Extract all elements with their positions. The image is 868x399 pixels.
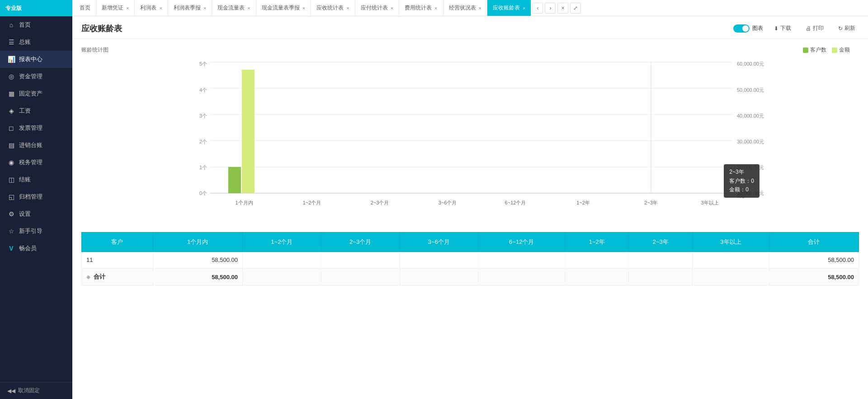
svg-text:1个: 1个 bbox=[199, 165, 207, 170]
page-content-area: 应收账龄表 图表 ⬇ 下载 🖨 打印 ↻ 刷新 bbox=[72, 16, 868, 399]
tab-cashflow-quarter[interactable]: 现金流量表季报 × bbox=[256, 0, 311, 16]
toggle-track[interactable] bbox=[733, 24, 750, 33]
total-m12 bbox=[242, 268, 321, 286]
sidebar-item-home[interactable]: ⌂ 首页 bbox=[0, 16, 72, 33]
tab-profit[interactable]: 利润表 × bbox=[135, 0, 168, 16]
svg-text:30,000.00元: 30,000.00元 bbox=[737, 139, 764, 144]
tab-payable-stats[interactable]: 应付统计表 × bbox=[355, 0, 399, 16]
toggle-label: 图表 bbox=[752, 24, 763, 32]
col-customer: 客户 bbox=[82, 233, 153, 252]
sidebar-item-tax[interactable]: ◉ 税务管理 bbox=[0, 154, 72, 171]
sidebar-item-reports[interactable]: 📊 报表中心 bbox=[0, 51, 72, 68]
tab-expand[interactable]: ⤢ bbox=[570, 3, 581, 14]
total-label-text: 合计 bbox=[94, 273, 105, 280]
archive-icon: ◱ bbox=[7, 193, 15, 200]
sidebar-item-label: 发票管理 bbox=[19, 124, 42, 132]
reports-icon: 📊 bbox=[7, 56, 15, 63]
toggle-thumb bbox=[742, 25, 749, 32]
tax-icon: ◉ bbox=[7, 159, 15, 166]
print-label: 打印 bbox=[813, 24, 824, 32]
total-m36 bbox=[400, 268, 478, 286]
total-label: ◈ 合计 bbox=[82, 268, 153, 286]
col-total: 合计 bbox=[769, 233, 859, 252]
sidebar-item-salary[interactable]: ◈ 工资 bbox=[0, 102, 72, 119]
sidebar-item-assets[interactable]: ▦ 固定资产 bbox=[0, 85, 72, 102]
tab-business-status[interactable]: 经营状况表 × bbox=[443, 0, 487, 16]
sidebar-item-funds[interactable]: ◎ 资金管理 bbox=[0, 68, 72, 85]
sidebar-pin-toggle[interactable]: ◀◀ 取消固定 bbox=[0, 382, 72, 399]
sidebar-item-label: 报表中心 bbox=[19, 55, 42, 63]
col-m36: 3~6个月 bbox=[400, 233, 478, 252]
tab-receivable-stats[interactable]: 应收统计表 × bbox=[311, 0, 355, 16]
page-title: 应收账龄表 bbox=[81, 23, 122, 34]
tab-aging-close[interactable]: × bbox=[523, 5, 525, 11]
sales-icon: ▤ bbox=[7, 142, 15, 149]
svg-text:50,000.00元: 50,000.00元 bbox=[737, 87, 764, 93]
col-y3plus: 3年以上 bbox=[693, 233, 769, 252]
sidebar-item-settings[interactable]: ⚙ 设置 bbox=[0, 205, 72, 223]
download-button[interactable]: ⬇ 下载 bbox=[770, 23, 795, 34]
sidebar-item-guide[interactable]: ☆ 新手引导 bbox=[0, 223, 72, 240]
tab-business-status-label: 经营状况表 bbox=[449, 4, 476, 12]
chart-toggle[interactable]: 图表 bbox=[733, 24, 763, 33]
sidebar-item-archive[interactable]: ◱ 归档管理 bbox=[0, 188, 72, 205]
sidebar-item-label: 总账 bbox=[19, 38, 31, 46]
print-button[interactable]: 🖨 打印 bbox=[802, 23, 827, 34]
bar-amount-0 bbox=[242, 70, 255, 193]
table-row: 11 58,500.00 58,500.00 bbox=[82, 252, 859, 268]
sidebar-item-label: 设置 bbox=[19, 210, 31, 218]
chart-container: 5个 4个 3个 2个 1个 0个 60,000.00元 50,000.00元 … bbox=[81, 57, 859, 225]
tab-cashflow-quarter-close[interactable]: × bbox=[302, 5, 305, 11]
tab-voucher-close[interactable]: × bbox=[126, 5, 129, 11]
tab-cashflow-close[interactable]: × bbox=[247, 5, 250, 11]
chart-svg: 5个 4个 3个 2个 1个 0个 60,000.00元 50,000.00元 … bbox=[81, 57, 859, 225]
tab-nav-prev[interactable]: ‹ bbox=[532, 3, 543, 14]
svg-text:3~6个月: 3~6个月 bbox=[439, 200, 457, 205]
tab-home[interactable]: 首页 bbox=[74, 0, 96, 16]
svg-text:60,000.00元: 60,000.00元 bbox=[737, 61, 764, 66]
tab-cashflow[interactable]: 现金流量表 × bbox=[212, 0, 256, 16]
cell-m1: 58,500.00 bbox=[153, 252, 242, 268]
svg-text:3个: 3个 bbox=[199, 113, 207, 119]
tab-aging[interactable]: 应收账龄表 × bbox=[487, 0, 531, 16]
tab-payable-stats-close[interactable]: × bbox=[391, 5, 393, 11]
tab-nav-next[interactable]: › bbox=[545, 3, 556, 14]
tab-profit-quarter[interactable]: 利润表季报 × bbox=[168, 0, 212, 16]
sidebar-item-closing[interactable]: ◫ 结账 bbox=[0, 171, 72, 188]
tab-close-all[interactable]: × bbox=[557, 3, 568, 14]
sidebar-item-sales[interactable]: ▤ 进销台账 bbox=[0, 137, 72, 154]
refresh-button[interactable]: ↻ 刷新 bbox=[835, 23, 859, 34]
tab-aging-label: 应收账龄表 bbox=[493, 4, 520, 12]
data-table: 客户 1个月内 1~2个月 2~3个月 3~6个月 6~12个月 1~2年 2~… bbox=[81, 232, 859, 286]
total-y3plus bbox=[693, 268, 769, 286]
legend-amount-label: 金额 bbox=[839, 46, 850, 54]
tab-business-status-close[interactable]: × bbox=[479, 5, 481, 11]
tab-profit-close[interactable]: × bbox=[159, 5, 162, 11]
sidebar-item-invoice[interactable]: ◻ 发票管理 bbox=[0, 119, 72, 137]
svg-text:0元: 0元 bbox=[737, 193, 745, 199]
tab-voucher[interactable]: 新增凭证 × bbox=[96, 0, 135, 16]
sidebar-item-member[interactable]: V 畅会员 bbox=[0, 240, 72, 257]
tab-profit-quarter-close[interactable]: × bbox=[203, 5, 206, 11]
page-actions: 图表 ⬇ 下载 🖨 打印 ↻ 刷新 bbox=[733, 23, 859, 34]
legend-amount: 金额 bbox=[832, 46, 850, 54]
svg-text:40,000.00元: 40,000.00元 bbox=[737, 113, 764, 119]
member-icon: V bbox=[7, 245, 15, 252]
svg-text:4个: 4个 bbox=[199, 87, 207, 93]
sidebar-item-label: 归档管理 bbox=[19, 193, 42, 201]
settings-icon: ⚙ bbox=[7, 210, 15, 218]
table-total-row: ◈ 合计 58,500.00 58,500.00 bbox=[82, 268, 859, 286]
tab-expense-stats[interactable]: 费用统计表 × bbox=[399, 0, 443, 16]
tab-profit-label: 利润表 bbox=[140, 4, 156, 12]
refresh-icon: ↻ bbox=[838, 25, 843, 32]
sidebar-item-label: 资金管理 bbox=[19, 72, 42, 81]
total-icon: ◈ bbox=[86, 274, 90, 280]
sidebar-item-label: 首页 bbox=[19, 21, 31, 29]
tab-expense-stats-close[interactable]: × bbox=[434, 5, 437, 11]
chart-title: 账龄统计图 bbox=[81, 46, 859, 54]
sidebar-item-ledger[interactable]: ☰ 总账 bbox=[0, 33, 72, 51]
sidebar-item-label: 结账 bbox=[19, 176, 31, 184]
tab-voucher-label: 新增凭证 bbox=[102, 4, 123, 12]
sidebar-item-label: 固定资产 bbox=[19, 90, 42, 98]
tab-receivable-stats-close[interactable]: × bbox=[346, 5, 349, 11]
